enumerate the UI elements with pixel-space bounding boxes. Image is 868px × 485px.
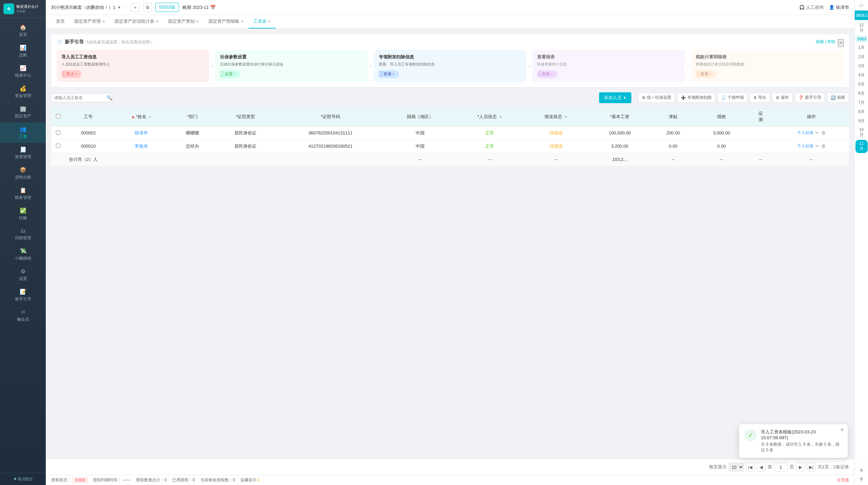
page-size-select[interactable]: 10 20 50 <box>729 463 744 471</box>
tab-asset-detail[interactable]: 固定资产明细账 ✕ <box>204 15 249 29</box>
user-menu[interactable]: 👤 徐泽华 <box>829 4 849 11</box>
sidebar-item-reports[interactable]: 📈报表中心 <box>0 61 46 82</box>
first-page-button[interactable]: |◀ <box>746 463 755 471</box>
tab-payroll-table[interactable]: 工资表 ✕ <box>249 15 276 29</box>
row-checkbox[interactable] <box>56 130 60 135</box>
sidebar-label-expense: 小畅报销 <box>15 256 31 261</box>
personal-insurance-link[interactable]: 个人社保 <box>797 130 813 136</box>
th-name[interactable]: ▲*姓名 ⇅ <box>112 107 170 127</box>
employee-name-link[interactable]: 李俊杰 <box>135 144 148 149</box>
action-refresh-button[interactable]: 🔄刷新 <box>827 93 849 102</box>
toast-close-button[interactable]: ✕ <box>840 427 844 432</box>
add-account-button[interactable]: + <box>131 3 140 12</box>
sidebar-item-close[interactable]: ✅结账 <box>0 204 46 224</box>
calendar-icon[interactable]: 📅 <box>210 5 216 10</box>
sidebar-item-settings[interactable]: ⚙设置 <box>0 265 46 285</box>
year-month-label[interactable]: 2023.11 <box>855 11 868 20</box>
sidebar-item-archive[interactable]: 🗂归档管理 <box>0 224 46 244</box>
delete-icon[interactable]: 🗑 <box>821 144 826 149</box>
month-item-7月[interactable]: 7月 <box>855 98 868 107</box>
tab-home[interactable]: 首页 <box>51 15 70 29</box>
action-new-wizard-button[interactable]: ❓新手引导 <box>795 93 825 102</box>
tab-depreciation[interactable]: 固定资产折旧统计表 ✕ <box>110 15 163 29</box>
wizard-step-title-3: 专项附加扣除信息 <box>379 54 522 60</box>
month-item-2月[interactable]: 2月 <box>855 53 868 61</box>
tab-close-fixed-assets[interactable]: ✕ <box>102 19 105 24</box>
page-input[interactable] <box>774 463 788 471</box>
month-item-5月[interactable]: 5月 <box>855 80 868 89</box>
month-item-10月[interactable]: 10月 <box>855 126 868 139</box>
tab-close-asset-detail[interactable]: ✕ <box>241 19 244 24</box>
switch-version-button[interactable]: 切到旧版 <box>155 3 179 12</box>
next-page-button[interactable]: ▶ <box>796 463 805 471</box>
wizard-close-button[interactable]: ✕ <box>838 39 844 47</box>
tab-fixed-assets[interactable]: 固定资产管理 ✕ <box>70 15 110 29</box>
sidebar-label-invoices: 发票管理 <box>15 154 31 160</box>
month-item-1月[interactable]: 1月 <box>855 43 868 52</box>
year-label[interactable]: 2023 <box>855 35 868 43</box>
th-deduction: 应测 <box>748 107 773 127</box>
tab-close-depreciation[interactable]: ✕ <box>156 19 159 24</box>
action-export-button[interactable]: ⬆导出 <box>750 93 770 102</box>
tab-asset-category[interactable]: 固定资产类别 ✕ <box>163 15 204 29</box>
tab-close-payroll-table[interactable]: ✕ <box>268 19 271 24</box>
row-checkbox-cell[interactable] <box>51 139 65 153</box>
month-item-3月[interactable]: 3月 <box>855 62 868 70</box>
panel-expand-button[interactable]: ≫ <box>859 0 864 11</box>
month-item-6月[interactable]: 6月 <box>855 89 868 98</box>
select-all-checkbox[interactable] <box>56 114 60 118</box>
down-arrow-icon[interactable]: ▼ <box>859 476 865 483</box>
period-selector[interactable]: 账期 2023-11 📅 <box>182 4 216 11</box>
account-dropdown-icon[interactable]: ▼ <box>117 5 121 10</box>
prev-page-button[interactable]: ◀ <box>757 463 766 471</box>
last-page-button[interactable]: ▶| <box>807 463 816 471</box>
sidebar-item-assets[interactable]: 🏢固定资产 <box>0 102 46 123</box>
table-row: 000010 李俊杰 总经办 居民身份证 412702198206290521 … <box>51 139 849 153</box>
month-item-8月[interactable]: 8月 <box>855 108 868 116</box>
sidebar-item-inventory[interactable]: 📦进销台账 <box>0 163 46 184</box>
action-deductions-button[interactable]: ➕专项附加扣除 <box>677 93 715 102</box>
activate-link[interactable]: 去充值 <box>837 477 849 483</box>
th-status[interactable]: *人员状态 ▼ <box>456 107 524 127</box>
account-selector[interactable]: 刘小艳演示账套（勿删勿动！）1 ▼ <box>51 4 121 11</box>
edit-icon[interactable]: ✏ <box>815 130 819 135</box>
employee-search[interactable]: 🔍 <box>51 93 112 102</box>
sidebar-item-home[interactable]: 🏠首页 <box>0 21 46 41</box>
sidebar-item-member[interactable]: ♾畅会员 <box>0 305 46 326</box>
sidebar-item-funds[interactable]: 💰资金管理 <box>0 82 46 102</box>
up-arrow-icon[interactable]: ▲ <box>859 466 865 473</box>
th-send-status[interactable]: 报送状态 ▼ <box>524 107 589 127</box>
sidebar-item-tax[interactable]: 📋税务管理 <box>0 184 46 204</box>
sidebar-item-expense[interactable]: 💸小畅报销 <box>0 244 46 265</box>
edit-icon[interactable]: ✏ <box>815 144 819 149</box>
cancel-fixed-button[interactable]: ◀ 取消固定 <box>0 473 46 485</box>
sidebar-item-invoices[interactable]: 🧾发票管理 <box>0 143 46 163</box>
sidebar-item-ledger[interactable]: 📊总账 <box>0 41 46 61</box>
delete-icon[interactable]: 🗑 <box>821 130 826 135</box>
month-item-9月[interactable]: 9月 <box>855 117 868 125</box>
month-item-12月[interactable]: 12月 <box>855 21 868 35</box>
month-item-11月[interactable]: 11月 <box>855 140 868 153</box>
row-allowance: 0.00 <box>651 139 695 153</box>
sidebar-item-wizard[interactable]: 📝新手引导 <box>0 285 46 305</box>
action-operations-button[interactable]: ⚙操作 <box>772 93 793 102</box>
toast-success-icon: ✓ <box>745 429 757 441</box>
search-input[interactable] <box>54 94 105 102</box>
action-social-insurance-button[interactable]: ⚙统一社保设置 <box>638 93 675 102</box>
month-item-4月[interactable]: 4月 <box>855 71 868 79</box>
personal-insurance-link[interactable]: 个人社保 <box>797 143 813 149</box>
total-col-2: -- <box>456 153 524 166</box>
action-personal-tax-button[interactable]: 🧾个税申报 <box>717 93 748 102</box>
th-id-no: *证照号码 <box>277 107 384 127</box>
tab-close-asset-category[interactable]: ✕ <box>196 19 199 24</box>
add-employee-button[interactable]: 添加人员 ▼ <box>599 92 631 103</box>
dropdown-arrow-icon: ▼ <box>623 96 627 100</box>
sidebar-item-payroll[interactable]: 👥工资 <box>0 123 46 143</box>
wizard-video-link[interactable]: 视频 | 帮助 <box>816 39 835 45</box>
row-checkbox[interactable] <box>56 144 60 148</box>
ai-service-button[interactable]: 🎧 人工咨询 <box>799 4 824 11</box>
row-checkbox-cell[interactable] <box>51 126 65 139</box>
employee-name-link[interactable]: 徐泽华 <box>135 130 148 135</box>
select-all-checkbox-header[interactable] <box>51 107 65 127</box>
settings-button[interactable]: ⚙ <box>143 3 152 12</box>
